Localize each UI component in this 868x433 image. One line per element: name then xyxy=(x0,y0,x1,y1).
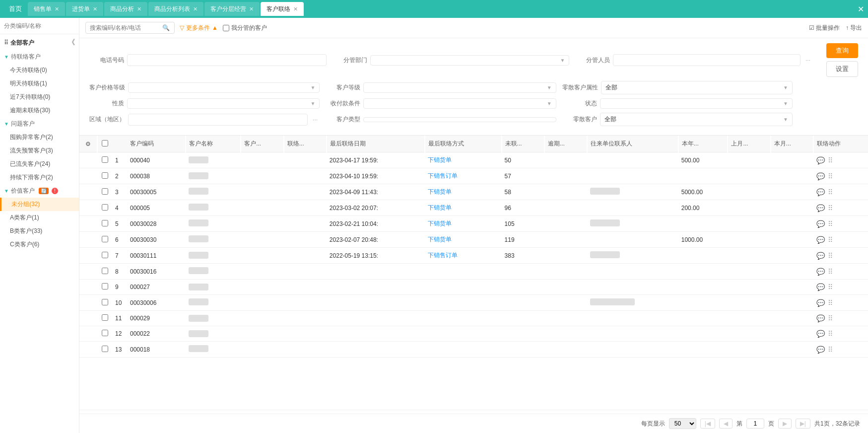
tab-product-analysis-list-close[interactable]: ✕ xyxy=(193,6,198,12)
row-checkbox[interactable] xyxy=(102,283,108,289)
sidebar-item-hoarding[interactable]: 囤购异常客户(2) xyxy=(0,131,79,144)
status-select[interactable]: ▼ xyxy=(600,98,793,109)
row-checkbox[interactable] xyxy=(102,268,108,274)
th-last-month[interactable]: 上月... xyxy=(728,136,770,152)
sidebar-item-churn-warning[interactable]: 流失预警客户(3) xyxy=(0,144,79,157)
phone-input[interactable] xyxy=(127,54,327,66)
sidebar-item-declining[interactable]: 持续下滑客户(2) xyxy=(0,171,79,184)
message-icon[interactable]: 💬 xyxy=(816,252,825,260)
th-code[interactable]: 客户编码 xyxy=(127,136,186,152)
customer-level-select[interactable]: ▼ xyxy=(363,82,556,93)
sidebar-item-7days[interactable]: 近7天待联络(0) xyxy=(0,90,79,104)
region-more-icon[interactable]: ··· xyxy=(311,116,320,123)
contact-method-link[interactable]: 下销售订单 xyxy=(428,172,458,179)
tab-customer-contact[interactable]: 客户联络 ✕ xyxy=(261,2,304,16)
row-checkbox[interactable] xyxy=(102,346,108,352)
th-this-month[interactable]: 本月... xyxy=(771,136,813,152)
th-this-year[interactable]: 本年... xyxy=(678,136,728,152)
tab-customer-contact-close[interactable]: ✕ xyxy=(293,6,298,12)
tab-purchase[interactable]: 进货单 ✕ xyxy=(66,2,103,16)
grid-action-icon[interactable]: ⠿ xyxy=(828,268,833,276)
first-page-btn[interactable]: |◀ xyxy=(700,419,715,429)
main-search-input[interactable] xyxy=(90,24,159,31)
grid-action-icon[interactable]: ⠿ xyxy=(828,220,833,228)
row-checkbox-cell[interactable] xyxy=(97,168,112,184)
last-page-btn[interactable]: ▶| xyxy=(796,419,810,429)
message-icon[interactable]: 💬 xyxy=(816,346,825,354)
th-contact[interactable]: 联络... xyxy=(284,136,327,152)
row-checkbox-cell[interactable] xyxy=(97,232,112,248)
sidebar-section-problem[interactable]: ▼ 问题客户 xyxy=(0,117,79,131)
query-button[interactable]: 查询 xyxy=(826,43,858,58)
sidebar-section-value[interactable]: ▼ 价值客户 🔄 ! xyxy=(0,184,79,198)
message-icon[interactable]: 💬 xyxy=(816,220,825,228)
sidebar-item-tomorrow[interactable]: 明天待联络(1) xyxy=(0,77,79,90)
row-checkbox[interactable] xyxy=(102,330,108,336)
tab-customer-segment[interactable]: 客户分层经营 ✕ xyxy=(204,2,260,16)
row-checkbox-cell[interactable] xyxy=(97,200,112,216)
person-more-icon[interactable]: ··· xyxy=(803,57,812,64)
grid-action-icon[interactable]: ⠿ xyxy=(828,346,833,354)
th-no-contact[interactable]: 未联... xyxy=(502,136,544,152)
row-checkbox[interactable] xyxy=(102,299,108,305)
row-checkbox-cell[interactable] xyxy=(97,152,112,168)
grid-action-icon[interactable]: ⠿ xyxy=(828,204,833,212)
row-checkbox-cell[interactable] xyxy=(97,326,112,342)
grid-action-icon[interactable]: ⠿ xyxy=(828,314,833,322)
sidebar-all-customers[interactable]: ⠿ 全部客户 《 xyxy=(0,34,79,50)
message-icon[interactable]: 💬 xyxy=(816,172,825,180)
more-conditions-btn[interactable]: ▽ 更多条件 ▲ xyxy=(180,24,218,32)
message-icon[interactable]: 💬 xyxy=(816,299,825,307)
sidebar-section-pending[interactable]: ▼ 待联络客户 xyxy=(0,50,79,64)
tab-product-analysis-list[interactable]: 商品分析列表 ✕ xyxy=(148,2,203,16)
row-checkbox[interactable] xyxy=(102,236,108,242)
contact-method-link[interactable]: 下销货单 xyxy=(428,236,452,243)
next-page-btn[interactable]: ▶ xyxy=(778,419,792,429)
grid-action-icon[interactable]: ⠿ xyxy=(828,188,833,196)
message-icon[interactable]: 💬 xyxy=(816,283,825,291)
message-icon[interactable]: 💬 xyxy=(816,188,825,196)
row-checkbox[interactable] xyxy=(102,172,108,179)
th-overdue[interactable]: 逾期... xyxy=(544,136,587,152)
reset-button[interactable]: 设置 xyxy=(826,61,858,77)
tab-purchase-close[interactable]: ✕ xyxy=(93,6,97,12)
sidebar-item-today[interactable]: 今天待联络(0) xyxy=(0,64,79,77)
settings-icon[interactable]: ⚙ xyxy=(85,141,91,147)
page-input[interactable] xyxy=(746,419,764,429)
grid-action-icon[interactable]: ⠿ xyxy=(828,299,833,307)
grid-action-icon[interactable]: ⠿ xyxy=(828,283,833,291)
customer-type-select[interactable] xyxy=(363,117,556,122)
contact-method-link[interactable]: 下销货单 xyxy=(428,188,452,195)
contact-method-link[interactable]: 下销货单 xyxy=(428,156,452,163)
row-checkbox[interactable] xyxy=(102,156,108,163)
my-customers-checkbox[interactable] xyxy=(223,25,229,31)
row-checkbox-cell[interactable] xyxy=(97,184,112,200)
th-category[interactable]: 客户... xyxy=(241,136,283,152)
row-checkbox[interactable] xyxy=(102,188,108,195)
tab-sales-close[interactable]: ✕ xyxy=(55,6,59,12)
my-customers-checkbox-label[interactable]: 我分管的客户 xyxy=(223,24,267,32)
row-checkbox[interactable] xyxy=(102,220,108,226)
sidebar-item-b-class[interactable]: B类客户(33) xyxy=(0,224,79,238)
th-unit-contact[interactable]: 往来单位联系人 xyxy=(587,136,678,152)
person-input[interactable] xyxy=(613,54,801,66)
grid-action-icon[interactable]: ⠿ xyxy=(828,156,833,164)
select-all-checkbox[interactable] xyxy=(102,140,108,146)
row-checkbox-cell[interactable] xyxy=(97,311,112,326)
sidebar-item-c-class[interactable]: C类客户(6) xyxy=(0,238,79,251)
message-icon[interactable]: 💬 xyxy=(816,156,825,164)
message-icon[interactable]: 💬 xyxy=(816,330,825,338)
per-page-select[interactable]: 50 100 200 xyxy=(669,418,696,429)
retail-customer-select[interactable]: 全部 ▼ xyxy=(600,113,793,126)
message-icon[interactable]: 💬 xyxy=(816,236,825,244)
tab-product-analysis-close[interactable]: ✕ xyxy=(137,6,141,12)
tab-sales[interactable]: 销售单 ✕ xyxy=(28,2,65,16)
contact-method-link[interactable]: 下销货单 xyxy=(428,204,452,211)
row-checkbox[interactable] xyxy=(102,314,108,321)
row-checkbox-cell[interactable] xyxy=(97,342,112,358)
search-icon[interactable]: 🔍 xyxy=(162,24,170,31)
sidebar-collapse-icon[interactable]: 《 xyxy=(68,38,75,47)
sidebar-search-input[interactable] xyxy=(4,22,78,29)
grid-action-icon[interactable]: ⠿ xyxy=(828,330,833,338)
row-checkbox-cell[interactable] xyxy=(97,264,112,280)
